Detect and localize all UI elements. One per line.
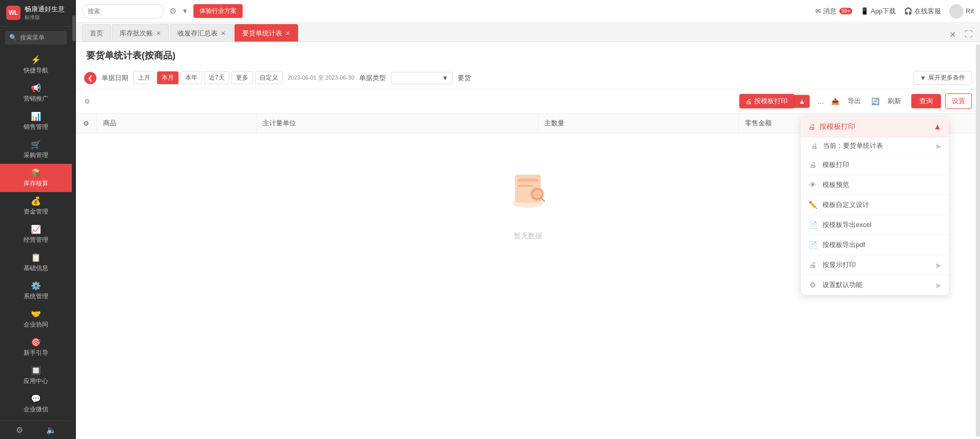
sidebar-item-label: 快捷导航 — [24, 66, 48, 75]
tabs-bar: 首页 库存批次账 ✕ 收发存汇总表 ✕ 要货单统计表 ✕ ✕ ⛶ — [76, 23, 980, 42]
gear-settings-icon[interactable]: ⚙ — [83, 120, 89, 127]
logo-icon: WL — [6, 6, 21, 20]
sidebar-scroll-thumb — [72, 15, 75, 41]
popup-item-template-custom[interactable]: ✏️ 模板自定义设计 — [801, 195, 949, 215]
sidebar-item-purchase[interactable]: 🛒 采购管理 — [0, 136, 72, 164]
sidebar-search[interactable]: 🔍 搜索菜单 — [5, 31, 67, 45]
popup-header[interactable]: 🖨 按模板打印 ▲ — [801, 117, 949, 137]
date-btn-last-month[interactable]: 上月 — [133, 71, 155, 84]
popup-item-template-preview[interactable]: 👁 模板预览 — [801, 175, 949, 195]
sidebar-scrollbar[interactable] — [72, 0, 76, 439]
print-template-btn[interactable]: 🖨 按模板打印 — [739, 94, 794, 108]
sidebar-item-label: 销售管理 — [24, 123, 48, 131]
sidebar-item-basic-info[interactable]: 📋 基础信息 — [0, 249, 72, 277]
sales-icon: 📊 — [31, 111, 41, 121]
topbar-search-input[interactable] — [82, 4, 164, 18]
popup-item-export-pdf[interactable]: 📄 按模板导出pdf — [801, 235, 949, 255]
sidebar-item-collab[interactable]: 🤝 企业协同 — [0, 305, 72, 333]
popup-current-arrow: ▶ — [936, 142, 942, 150]
main-area: ⚙ ▼ 体验行业方案 ✉ 消息 99+ 📱 App下载 🎧 在线客服 Rit — [76, 0, 980, 439]
order-type-label: 单据类型 — [359, 73, 386, 83]
resize-handle[interactable] — [976, 44, 980, 437]
dropdown-arrow-icon[interactable]: ▼ — [182, 7, 188, 15]
sidebar-item-label: 营销推广 — [24, 94, 48, 103]
popup-title: 按模板打印 — [819, 122, 855, 131]
order-type-dropdown[interactable]: ▼ — [391, 72, 453, 84]
filter-bar: ❮ 单据日期 上月 本月 本年 近7天 更多 自定义 2023-06-01 至 … — [76, 67, 980, 89]
app-center-icon: 🔲 — [31, 366, 41, 375]
operations-icon: 📈 — [31, 224, 41, 234]
popup-collapse-icon[interactable]: ▲ — [933, 122, 942, 131]
sidebar-item-label: 经营管理 — [24, 236, 48, 244]
sidebar: WL 畅康通好生意 标准版 🔍 搜索菜单 ⚡ 快捷导航 📢 营销推广 📊 销售管… — [0, 0, 72, 439]
print-dropdown-btn[interactable]: ▲ — [794, 95, 809, 108]
app-version: 标准版 — [25, 14, 65, 21]
basic-info-icon: 📋 — [31, 253, 41, 262]
date-btn-more[interactable]: 更多 — [231, 71, 253, 84]
gear-icon[interactable]: ⚙ — [169, 6, 177, 16]
settings-btn[interactable]: 设置 — [945, 93, 972, 109]
popup-item-export-excel[interactable]: 📄 按模板导出excel — [801, 215, 949, 235]
printer-icon: 🖨 — [746, 98, 752, 105]
date-btn-custom[interactable]: 自定义 — [255, 71, 283, 84]
sidebar-item-sales[interactable]: 📊 销售管理 — [0, 107, 72, 136]
sidebar-item-label: 系统管理 — [24, 292, 48, 301]
date-btn-this-year[interactable]: 本年 — [181, 71, 202, 84]
tab-close-receipt[interactable]: ✕ — [221, 30, 226, 37]
tab-home[interactable]: 首页 — [82, 24, 111, 42]
app-download-btn[interactable]: 📱 App下载 — [860, 7, 896, 16]
filter-collapse-btn[interactable]: ❮ — [84, 72, 96, 84]
refresh-icon: 🔄 — [871, 98, 879, 105]
online-service-btn[interactable]: 🎧 在线客服 — [904, 7, 941, 16]
user-avatar[interactable]: Rit — [949, 4, 974, 18]
empty-text: 暂无数据 — [514, 232, 542, 241]
sidebar-nav: ⚡ 快捷导航 📢 营销推广 📊 销售管理 🛒 采购管理 📦 库存核算 💰 资金管… — [0, 49, 72, 421]
app-download-label: App下载 — [871, 7, 896, 16]
sidebar-item-label: 企业微信 — [24, 405, 48, 414]
table-settings-icon[interactable]: ⚙ — [84, 98, 90, 105]
tab-close-batch[interactable]: ✕ — [156, 30, 161, 37]
tab-receipt-summary[interactable]: 收发存汇总表 ✕ — [170, 24, 233, 42]
print-label: 按模板打印 — [754, 97, 788, 106]
date-btn-this-month[interactable]: 本月 — [157, 71, 179, 84]
sidebar-bottom: ⚙ 🔈 — [0, 421, 72, 439]
trial-btn[interactable]: 体验行业方案 — [193, 4, 243, 18]
sidebar-item-app-center[interactable]: 🔲 应用中心 — [0, 361, 72, 390]
date-btn-last-7[interactable]: 近7天 — [204, 71, 229, 84]
popup-item-label: 按显示打印 — [822, 260, 856, 270]
sidebar-item-wechat[interactable]: 💬 企业微信 — [0, 390, 72, 418]
tab-batch-account[interactable]: 库存批次账 ✕ — [112, 24, 169, 42]
page-content: 要货单统计表(按商品) ❮ 单据日期 上月 本月 本年 近7天 更多 自定义 2… — [76, 42, 980, 439]
popup-item-set-default[interactable]: ⚙ 设置默认功能 ▶ — [801, 275, 949, 295]
topbar-right: ✉ 消息 99+ 📱 App下载 🎧 在线客服 Rit — [815, 4, 974, 18]
settings-icon[interactable]: ⚙ — [16, 425, 23, 435]
popup-current-template[interactable]: 🖨 当前：要货单统计表 ▶ — [801, 137, 949, 155]
popup-item-display-print[interactable]: 🖨 按显示打印 ▶ — [801, 255, 949, 275]
message-btn[interactable]: ✉ 消息 99+ — [815, 7, 852, 16]
more-options-btn[interactable]: ... — [814, 94, 827, 108]
sidebar-item-operations[interactable]: 📈 经营管理 — [0, 220, 72, 249]
sidebar-item-marketing[interactable]: 📢 营销推广 — [0, 79, 72, 107]
sidebar-item-label: 基础信息 — [24, 264, 48, 273]
tab-close-all-btn[interactable]: ✕ — [945, 27, 959, 42]
query-btn[interactable]: 查询 — [911, 94, 941, 108]
export-btn[interactable]: 导出 — [841, 94, 867, 108]
popup-pdf-icon: 📄 — [808, 241, 817, 249]
refresh-btn[interactable]: 刷新 — [881, 94, 907, 108]
sidebar-item-quick-nav[interactable]: ⚡ 快捷导航 — [0, 51, 72, 79]
sidebar-item-guide[interactable]: 🎯 新手引导 — [0, 333, 72, 361]
tab-close-order[interactable]: ✕ — [285, 30, 290, 37]
avatar-image — [949, 4, 964, 18]
sidebar-item-finance[interactable]: 💰 资金管理 — [0, 192, 72, 220]
sidebar-item-system[interactable]: ⚙️ 系统管理 — [0, 277, 72, 305]
sidebar-item-inventory[interactable]: 📦 库存核算 — [0, 164, 72, 192]
popup-item-label: 设置默认功能 — [822, 280, 863, 290]
popup-item-template-print[interactable]: 🖨 模板打印 — [801, 155, 949, 175]
toolbar-right: 🖨 按模板打印 ▲ ... 📤 导出 🔄 刷新 查询 设置 — [739, 93, 972, 109]
tab-expand-btn[interactable]: ⛶ — [962, 27, 976, 42]
wechat-icon: 💬 — [31, 394, 41, 404]
speaker-icon[interactable]: 🔈 — [46, 425, 56, 435]
home-label: 首页 — [90, 29, 103, 38]
tab-order-stats[interactable]: 要货单统计表 ✕ — [234, 24, 298, 42]
expand-more-btn[interactable]: ▼ 展开更多条件 — [913, 71, 972, 85]
